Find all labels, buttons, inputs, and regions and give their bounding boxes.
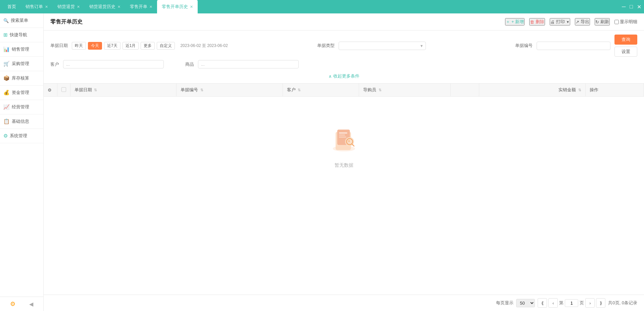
page-last-btn[interactable]: ⟫: [596, 298, 605, 308]
doc-type-select[interactable]: ▾: [339, 42, 426, 50]
customer-label: 客户: [50, 61, 59, 67]
page-header: 零售开单历史 ＋ + 新增 🗑 删除 🖨 打印 ▼ ↗ 导出: [44, 13, 644, 31]
window-min-icon[interactable]: ─: [622, 4, 626, 10]
setting-button[interactable]: 设置: [614, 47, 637, 57]
window-close-icon[interactable]: ✕: [637, 4, 641, 10]
add-button[interactable]: ＋ + 新增: [505, 18, 525, 25]
th-action-label: 操作: [590, 87, 598, 92]
base-info-icon: 📋: [3, 118, 10, 124]
print-icon: 🖨: [550, 19, 555, 24]
refresh-icon: ↻: [595, 19, 599, 24]
print-label: 打印: [556, 19, 565, 25]
tab-retail-open-close[interactable]: ✕: [149, 5, 152, 9]
query-button[interactable]: 查询: [614, 35, 637, 45]
sidebar-item-quick-nav[interactable]: ⊞ 快捷导航: [0, 28, 43, 42]
sidebar: 🔍 搜索菜单 ⊞ 快捷导航 📊 销售管理 🛒 采购管理 📦 库存核算 💰 资金管…: [0, 13, 44, 311]
date-today[interactable]: 今天: [88, 42, 102, 50]
th-customer[interactable]: 客户 ⇅: [283, 84, 359, 97]
page-first-btn[interactable]: ⟪: [538, 298, 547, 308]
tab-sales-return[interactable]: 销货退货 ✕: [53, 0, 85, 13]
sidebar-item-finance[interactable]: 💰 资金管理: [0, 86, 43, 100]
tab-bar: 首页 销售订单 ✕ 销货退货 ✕ 销货退货历史 ✕ 零售开单 ✕ 零售开单历史 …: [0, 0, 644, 13]
export-label: 导出: [581, 19, 589, 25]
sidebar-bottom: ⚙ ◀: [0, 297, 43, 311]
page-prev-btn[interactable]: ‹: [548, 298, 558, 308]
th-checkbox[interactable]: [57, 84, 70, 97]
sidebar-item-inventory[interactable]: 📦 库存核算: [0, 71, 43, 86]
sidebar-item-purchase-mgmt[interactable]: 🛒 采购管理: [0, 57, 43, 71]
delete-icon: 🗑: [530, 19, 534, 24]
th-settings[interactable]: ⚙: [44, 84, 57, 97]
sidebar-search-label: 搜索菜单: [11, 17, 28, 23]
date-last-month[interactable]: 近1月: [122, 42, 139, 50]
select-all-checkbox[interactable]: [61, 87, 66, 92]
tab-home[interactable]: 首页: [3, 0, 21, 13]
display-detail-checkbox[interactable]: [614, 20, 619, 24]
tab-retail-open-label: 零售开单: [130, 4, 147, 10]
th-customer-sort-icon[interactable]: ⇅: [298, 88, 301, 92]
export-icon: ↗: [576, 19, 579, 24]
delete-button[interactable]: 🗑 删除: [529, 18, 545, 25]
empty-text: 暂无数据: [335, 162, 353, 168]
th-guide-sort-icon[interactable]: ⇅: [379, 88, 382, 92]
sidebar-base-info-label: 基础信息: [12, 118, 29, 124]
quick-nav-icon: ⊞: [3, 32, 8, 38]
th-doc-no-sort-icon[interactable]: ⇅: [200, 88, 203, 92]
content-area: 零售开单历史 ＋ + 新增 🗑 删除 🖨 打印 ▼ ↗ 导出: [44, 13, 644, 311]
window-max-icon[interactable]: □: [630, 4, 633, 10]
display-detail-toggle[interactable]: 显示明细: [614, 19, 637, 25]
search-icon: 🔍: [3, 18, 9, 23]
th-amount-sort-icon[interactable]: ⇅: [578, 88, 581, 92]
tab-sales-order[interactable]: 销售订单 ✕: [21, 0, 53, 13]
tab-sales-return-history[interactable]: 销货退货历史 ✕: [85, 0, 125, 13]
refresh-button[interactable]: ↻ 刷新: [595, 18, 610, 25]
sidebar-item-sales-mgmt[interactable]: 📊 销售管理: [0, 42, 43, 57]
tab-retail-open[interactable]: 零售开单 ✕: [125, 0, 157, 13]
tab-sales-return-history-close[interactable]: ✕: [117, 5, 120, 9]
print-button[interactable]: 🖨 打印 ▼: [550, 18, 570, 25]
sidebar-item-base-info[interactable]: 📋 基础信息: [0, 114, 43, 129]
sidebar-item-sys-mgmt[interactable]: ⚙ 系统管理: [0, 129, 43, 143]
action-buttons: 查询 设置: [614, 35, 637, 57]
tab-sales-order-label: 销售订单: [26, 4, 43, 10]
th-date-sort-icon[interactable]: ⇅: [94, 88, 97, 92]
inventory-icon: 📦: [3, 75, 10, 81]
tab-sales-order-close[interactable]: ✕: [45, 5, 48, 9]
empty-illustration: [327, 123, 361, 157]
toolbar: ＋ + 新增 🗑 删除 🖨 打印 ▼ ↗ 导出 ↻: [505, 18, 637, 25]
th-doc-no-label: 单据编号: [181, 87, 198, 92]
sidebar-quick-nav-label: 快捷导航: [10, 32, 27, 38]
sidebar-purchase-mgmt-label: 采购管理: [12, 61, 29, 67]
doc-type-arrow-icon: ▾: [420, 43, 423, 48]
th-guide[interactable]: 导购员 ⇅: [359, 84, 450, 97]
tab-retail-open-history[interactable]: 零售开单历史 ✕: [157, 0, 198, 13]
sidebar-item-operations[interactable]: 📈 经营管理: [0, 100, 43, 114]
sidebar-collapse-icon[interactable]: ◀: [29, 301, 33, 307]
sidebar-search[interactable]: 🔍 搜索菜单: [0, 13, 43, 28]
page-input[interactable]: [565, 299, 578, 307]
th-amount[interactable]: 实销金额 ⇅: [479, 84, 586, 97]
date-last7[interactable]: 近7天: [104, 42, 120, 50]
customer-select[interactable]: ...: [63, 60, 164, 68]
settings-icon[interactable]: ⚙: [48, 88, 52, 93]
doc-no-input[interactable]: [537, 42, 610, 50]
tab-sales-return-close[interactable]: ✕: [77, 5, 80, 9]
page-size-select[interactable]: 50 10 20 100: [516, 299, 535, 307]
tab-retail-open-history-close[interactable]: ✕: [190, 5, 193, 9]
filter-area: 单据日期 昨天 今天 近7天 近1月 更多 自定义 2023-06-02 至 2…: [44, 31, 644, 84]
page-next-btn[interactable]: ›: [585, 298, 595, 308]
goods-select[interactable]: ...: [198, 60, 299, 68]
th-date-label: 单据日期: [75, 87, 92, 92]
filter-row-2: 客户 ... 商品 ...: [50, 60, 637, 68]
th-date[interactable]: 单据日期 ⇅: [70, 84, 177, 97]
th-doc-no[interactable]: 单据编号 ⇅: [177, 84, 283, 97]
date-yesterday[interactable]: 昨天: [72, 42, 86, 50]
collapse-more-btn[interactable]: ∧ 收起更多条件: [50, 72, 637, 81]
date-more[interactable]: 更多: [141, 42, 155, 50]
export-button[interactable]: ↗ 导出: [575, 18, 590, 25]
date-custom[interactable]: 自定义: [157, 42, 175, 50]
svg-point-9: [348, 140, 350, 142]
table-header-row: ⚙ 单据日期 ⇅ 单据编号 ⇅: [44, 84, 644, 97]
sidebar-settings-icon[interactable]: ⚙: [10, 300, 15, 308]
filter-row-1: 单据日期 昨天 今天 近7天 近1月 更多 自定义 2023-06-02 至 2…: [50, 35, 637, 57]
